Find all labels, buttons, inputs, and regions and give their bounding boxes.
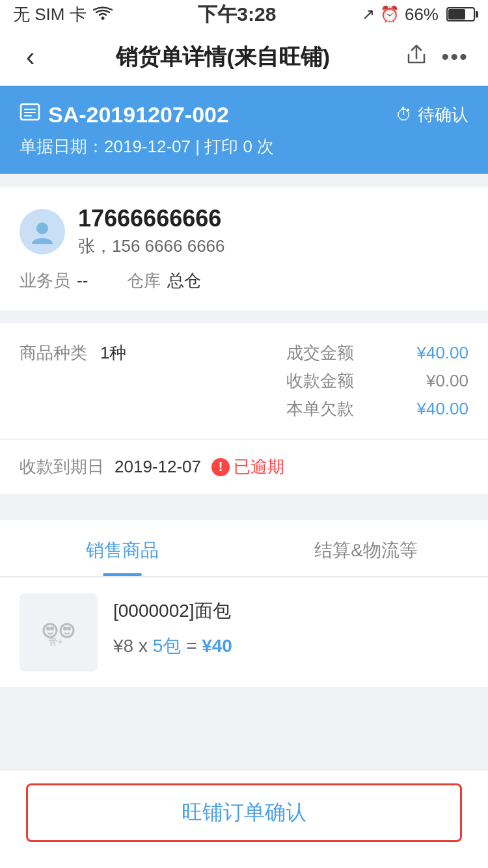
carrier-label: 无 SIM 卡 xyxy=(13,3,87,26)
due-date-card: 收款到期日 2019-12-07 ! 已逾期 xyxy=(0,440,488,494)
due-label: 收款到期日 xyxy=(20,455,104,478)
page-title: 销货单详情(来自旺铺) xyxy=(116,42,330,72)
customer-card: 17666666666 张，156 6666 6666 业务员 -- 仓库 总仓 xyxy=(0,187,488,310)
order-date: 单据日期：2019-12-07 | 打印 0 次 xyxy=(20,135,468,158)
svg-text:管+: 管+ xyxy=(48,636,62,647)
location-icon: ↗ xyxy=(362,5,375,23)
order-id: SA-20191207-002 xyxy=(20,102,229,128)
svg-point-0 xyxy=(101,16,104,20)
transaction-label: 成交金额 xyxy=(286,342,354,364)
status-left: 无 SIM 卡 xyxy=(13,3,113,26)
owed-label: 本单欠款 xyxy=(286,398,354,420)
order-header: SA-20191207-002 ⏱ 待确认 单据日期：2019-12-07 | … xyxy=(0,86,488,174)
product-thumbnail: 管+ xyxy=(20,593,98,671)
summary-card: 商品种类 1种 成交金额 ¥40.00 收款金额 ¥0.00 本单欠款 ¥40.… xyxy=(0,323,488,439)
svg-point-7 xyxy=(63,627,67,631)
transaction-amount-row: 成交金额 ¥40.00 xyxy=(286,342,468,364)
warehouse-info: 仓库 总仓 xyxy=(127,269,201,292)
warehouse-label: 仓库 xyxy=(127,269,161,292)
status-right: ↗ ⏰ 66% xyxy=(362,5,475,25)
svg-point-6 xyxy=(50,627,54,631)
order-id-text: SA-20191207-002 xyxy=(48,102,229,128)
tab-products[interactable]: 销售商品 xyxy=(0,520,244,576)
product-info: [0000002]面包 ¥8 x 5包 = ¥40 xyxy=(113,593,468,658)
confirm-order-label: 旺铺订单确认 xyxy=(182,798,306,827)
product-qty: 5包 xyxy=(153,636,182,656)
status-clock-icon: ⏱ xyxy=(396,105,413,125)
product-list: 管+ [0000002]面包 ¥8 x 5包 = ¥40 xyxy=(0,578,488,687)
overdue-icon: ! xyxy=(211,458,230,476)
product-equals: = xyxy=(181,636,202,656)
product-item: 管+ [0000002]面包 ¥8 x 5包 = ¥40 xyxy=(20,593,468,671)
svg-point-4 xyxy=(61,624,74,637)
wifi-icon xyxy=(93,5,113,25)
warehouse-value: 总仓 xyxy=(167,269,201,292)
received-amount-row: 收款金额 ¥0.00 xyxy=(286,370,468,392)
battery-percent: 66% xyxy=(405,5,439,25)
received-value: ¥0.00 xyxy=(426,371,468,391)
tab-settlement[interactable]: 结算&物流等 xyxy=(244,520,488,576)
owed-amount-row: 本单欠款 ¥40.00 xyxy=(286,398,468,420)
confirm-order-button[interactable]: 旺铺订单确认 xyxy=(26,783,462,842)
customer-name: 张，156 6666 6666 xyxy=(78,235,225,258)
transaction-value: ¥40.00 xyxy=(416,343,468,363)
back-button[interactable]: ‹ xyxy=(20,36,41,78)
share-button[interactable] xyxy=(405,43,428,72)
product-price: ¥8 x 5包 = ¥40 xyxy=(113,634,468,658)
tab-active-indicator xyxy=(103,573,142,576)
svg-point-2 xyxy=(36,223,48,234)
status-bar: 无 SIM 卡 下午3:28 ↗ ⏰ 66% xyxy=(0,0,488,29)
svg-point-8 xyxy=(67,627,71,631)
more-button[interactable]: ••• xyxy=(441,44,468,70)
order-id-icon xyxy=(20,102,40,128)
alarm-icon: ⏰ xyxy=(380,5,400,23)
salesman-label: 业务员 xyxy=(20,269,70,292)
product-type-label: 商品种类 xyxy=(20,342,87,364)
product-total: ¥40 xyxy=(202,636,232,656)
customer-phone: 17666666666 xyxy=(78,205,225,232)
status-text: 待确认 xyxy=(418,103,468,126)
time-label: 下午3:28 xyxy=(198,1,276,28)
bottom-bar: 旺铺订单确认 xyxy=(0,770,488,868)
overdue-text: 已逾期 xyxy=(234,455,284,478)
owed-value: ¥40.00 xyxy=(416,399,468,419)
salesman-value: -- xyxy=(77,271,88,291)
nav-bar: ‹ 销货单详情(来自旺铺) ••• xyxy=(0,29,488,86)
tab-settlement-label: 结算&物流等 xyxy=(314,540,418,560)
svg-point-3 xyxy=(44,624,57,637)
avatar xyxy=(20,209,65,254)
order-status: ⏱ 待确认 xyxy=(396,103,468,126)
nav-actions: ••• xyxy=(405,43,468,72)
received-label: 收款金额 xyxy=(286,370,354,392)
divider-1 xyxy=(0,310,488,323)
tab-products-label: 销售商品 xyxy=(86,540,159,560)
divider-2 xyxy=(0,494,488,507)
svg-point-5 xyxy=(46,627,50,631)
due-date-value: 2019-12-07 xyxy=(115,457,201,477)
product-type-value: 1种 xyxy=(100,342,126,364)
battery-icon xyxy=(446,7,475,21)
salesman-info: 业务员 -- xyxy=(20,269,88,292)
tabs-container: 销售商品 结算&物流等 xyxy=(0,520,488,576)
overdue-badge: ! 已逾期 xyxy=(211,455,284,478)
product-name: [0000002]面包 xyxy=(113,599,468,623)
product-unit-price: ¥8 x xyxy=(113,636,153,656)
